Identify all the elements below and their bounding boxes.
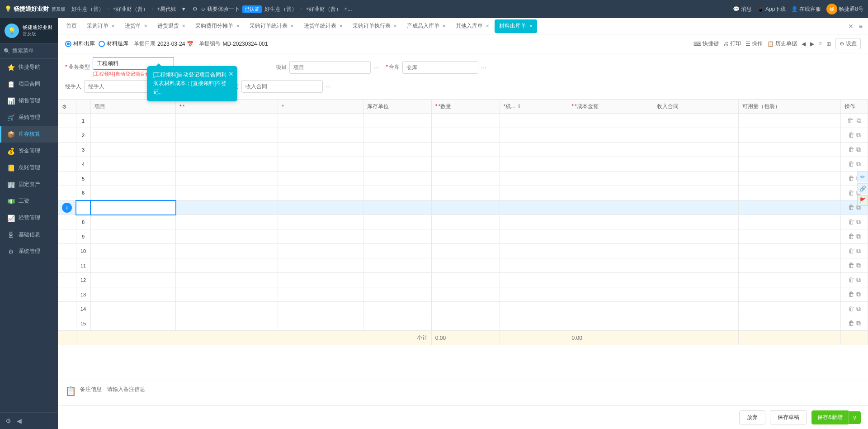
row-delete-btn-11[interactable]: 🗑 [847,261,855,270]
tab-purchase-stat-close[interactable]: ✕ [290,24,294,29]
tab-purchase-exec[interactable]: 采购订单执行表 ✕ [348,19,401,33]
row-copy-btn-12[interactable]: ⧉ [855,275,862,284]
row-unit-1[interactable] [363,114,431,128]
print-btn[interactable]: 🖨 打印 [723,40,741,48]
row-copy-btn-15[interactable]: ⧉ [855,319,862,328]
nav-online-service-btn[interactable]: 👤 在线客服 [791,5,821,13]
row-copy-btn-9[interactable]: ⧉ [855,232,862,241]
sidebar-item-sales[interactable]: 📊 销售管理 [0,92,58,109]
nav-gear-btn[interactable]: ⚙ [193,6,198,12]
tab-purchase-return-close[interactable]: ✕ [182,24,185,29]
sidebar-search-btn[interactable]: 🔍 搜索菜单 [0,43,58,59]
tab-material-out[interactable]: 材料出库单 ✕ [495,19,537,33]
list-view-btn[interactable]: ≡ [819,41,822,47]
nav-link-yidaizhang[interactable]: +易代账 [157,5,176,13]
tab-close-all-btn[interactable]: ✕ [846,22,855,31]
project-input[interactable] [289,61,371,74]
tab-product-in-close[interactable]: ✕ [442,24,446,29]
row-spec-1[interactable] [278,114,363,128]
tab-material-out-close[interactable]: ✕ [529,24,533,29]
save-new-main-btn[interactable]: 保存&新增 [811,410,849,424]
tab-other-in[interactable]: 其他入库单 ✕ [451,19,494,33]
save-draft-button[interactable]: 保存草稿 [770,410,807,424]
row-copy-btn-2[interactable]: ⧉ [855,130,862,139]
tab-more-btn[interactable]: ≡ [857,22,864,31]
row-delete-btn-3[interactable]: 🗑 [847,145,855,154]
right-float-flag-btn[interactable]: 🚩 [857,195,868,206]
row-copy-btn-10[interactable]: ⧉ [855,246,862,255]
warehouse-dots-btn[interactable]: ··· [481,64,486,71]
grid-view-btn[interactable]: ⊞ [826,41,831,47]
tab-purchase-return[interactable]: 进货退货 ✕ [153,19,190,33]
tab-purchase-in-close[interactable]: ✕ [144,24,147,29]
row-delete-btn-8[interactable]: 🗑 [847,217,855,226]
sidebar-item-inventory[interactable]: 📦 库存核算 [0,126,58,143]
row-cost-amount-1[interactable] [568,114,653,128]
sidebar-item-project[interactable]: 📋 项目合同 [0,76,58,92]
history-btn[interactable]: 📋 历史单据 [767,40,797,48]
tab-home[interactable]: 首页 [61,19,81,33]
sidebar-item-operation[interactable]: 📈 经营管理 [0,210,58,226]
row-project-1[interactable] [90,114,176,128]
nav-trial-btn[interactable]: ☺ 我要体验一下 [200,5,240,13]
radio-material-return[interactable]: 材料退库 [99,40,128,48]
shortcut-btn[interactable]: ⌨ 快捷键 [693,40,719,48]
sidebar-collapse-btn[interactable]: ◀ [17,417,22,424]
calendar-icon[interactable]: 📅 [187,41,193,47]
row-delete-btn-4[interactable]: 🗑 [847,159,855,168]
row-delete-btn-1[interactable]: 🗑 [846,116,854,125]
project-dots-btn[interactable]: ··· [373,64,379,71]
sidebar-item-system[interactable]: ⚙ 系统管理 [0,243,58,260]
row-delete-btn-7[interactable]: 🗑 [847,203,855,212]
tab-purchase-stat[interactable]: 采购订单统计表 ✕ [245,19,298,33]
nav-link-haoshengyi[interactable]: 好生意（普） [71,5,104,13]
row-copy-btn-13[interactable]: ⧉ [855,290,862,299]
sidebar-settings-btn[interactable]: ⚙ [5,417,11,424]
discard-button[interactable]: 放弃 [739,410,765,424]
sidebar-item-purchase[interactable]: 🛒 采购管理 [0,109,58,126]
cost-price-info-icon[interactable]: ℹ [518,103,520,110]
row-delete-btn-5[interactable]: 🗑 [847,174,855,183]
row-delete-btn-13[interactable]: 🗑 [847,290,855,299]
col-header-settings[interactable]: ⚙ [58,100,76,114]
row-name-1[interactable] [176,114,278,128]
tab-purchase-exec-close[interactable]: ✕ [393,24,397,29]
sidebar-item-assets[interactable]: 🏢 固定资产 [0,176,58,193]
row-copy-btn-4[interactable]: ⧉ [855,159,862,168]
row-delete-btn-6[interactable]: 🗑 [847,188,855,197]
nav-right-haoyecai[interactable]: +好业财（普） [306,5,341,13]
tooltip-close-btn[interactable]: ✕ [228,69,234,79]
nav-right-more[interactable]: +... [344,6,352,12]
right-float-edit-btn[interactable]: ✏ [857,172,868,182]
save-new-arrow-btn[interactable]: ∨ [849,411,861,424]
sidebar-item-basic[interactable]: 🗄 基础信息 [0,226,58,243]
row-delete-btn-2[interactable]: 🗑 [847,130,855,139]
row-delete-btn-15[interactable]: 🗑 [847,319,855,328]
nav-app-download-btn[interactable]: 📱 App下载 [757,5,786,13]
row-delete-btn-14[interactable]: 🗑 [847,304,855,313]
next-record-btn[interactable]: ▶ [810,41,814,47]
remarks-input[interactable] [105,384,861,402]
add-row-btn[interactable]: + [62,203,72,213]
row-income-contract-1[interactable] [653,114,739,128]
row-delete-btn-9[interactable]: 🗑 [847,232,855,241]
row-copy-btn-3[interactable]: ⧉ [855,145,862,154]
row-qty-1[interactable] [431,114,500,128]
row-delete-btn-10[interactable]: 🗑 [847,246,855,255]
tab-purchase-in[interactable]: 进货单 ✕ [120,19,152,33]
prev-record-btn[interactable]: ◀ [802,41,806,47]
income-contract-input[interactable] [241,80,323,93]
nav-dropdown-arrow[interactable]: ▼ [181,6,186,12]
nav-link-haoyecai[interactable]: +好业财（普） [113,5,148,13]
right-float-link-btn[interactable]: 🔗 [857,183,868,194]
tab-product-in[interactable]: 产成品入库单 ✕ [402,19,450,33]
tab-purchase-cost[interactable]: 采购费用分摊单 ✕ [191,19,244,33]
tab-purchase-order-close[interactable]: ✕ [111,24,115,29]
row-delete-btn-12[interactable]: 🗑 [847,275,855,284]
warehouse-input[interactable] [402,61,478,74]
tab-purchase-in-stat[interactable]: 进货单统计表 ✕ [299,19,347,33]
row-cost-price-1[interactable] [500,114,568,128]
row-copy-btn-1[interactable]: ⧉ [856,116,862,125]
row-copy-btn-8[interactable]: ⧉ [855,217,862,226]
date-value[interactable]: 2023-03-24 [157,41,185,47]
